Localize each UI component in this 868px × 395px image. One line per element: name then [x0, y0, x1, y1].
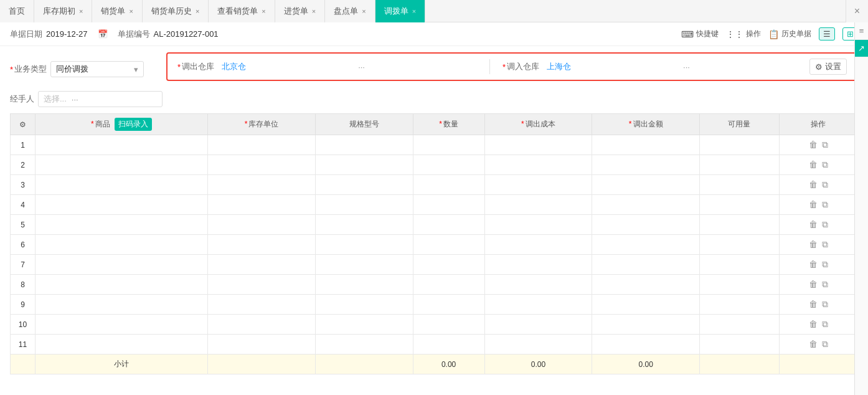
row-spec[interactable]	[315, 175, 413, 195]
row-cost[interactable]	[484, 315, 592, 335]
row-available[interactable]	[700, 255, 780, 275]
row-available[interactable]	[700, 195, 780, 215]
delete-icon[interactable]: 🗑	[809, 159, 818, 169]
row-product[interactable]	[35, 155, 208, 175]
delete-icon[interactable]: 🗑	[809, 339, 818, 349]
row-unit[interactable]	[208, 295, 316, 315]
row-product[interactable]	[35, 255, 208, 275]
row-qty[interactable]	[413, 295, 484, 315]
operations-button[interactable]: ⋮⋮ 操作	[726, 29, 761, 39]
row-product[interactable]	[35, 335, 208, 355]
row-amount[interactable]	[592, 255, 700, 275]
row-cost[interactable]	[484, 295, 592, 315]
shortcuts-button[interactable]: ⌨ 快捷键	[681, 29, 719, 39]
tab-sales-history[interactable]: 销货单历史 ×	[143, 0, 209, 22]
row-spec[interactable]	[315, 295, 413, 315]
copy-icon[interactable]: ⧉	[822, 179, 828, 190]
row-cost[interactable]	[484, 255, 592, 275]
row-amount[interactable]	[592, 295, 700, 315]
tab-sales-order[interactable]: 销货单 ×	[92, 0, 142, 22]
copy-icon[interactable]: ⧉	[822, 159, 828, 170]
copy-icon[interactable]: ⧉	[822, 219, 828, 230]
sidebar-list-icon[interactable]: ≡	[855, 22, 869, 40]
row-cost[interactable]	[484, 135, 592, 155]
row-unit[interactable]	[208, 335, 316, 355]
row-cost[interactable]	[484, 155, 592, 175]
row-amount[interactable]	[592, 335, 700, 355]
copy-icon[interactable]: ⧉	[822, 299, 828, 310]
row-product[interactable]	[35, 295, 208, 315]
delete-icon[interactable]: 🗑	[809, 299, 818, 309]
row-unit[interactable]	[208, 255, 316, 275]
row-qty[interactable]	[413, 215, 484, 235]
row-spec[interactable]	[315, 155, 413, 175]
delete-icon[interactable]: 🗑	[809, 319, 818, 329]
row-product[interactable]	[35, 195, 208, 215]
tab-inventory-init[interactable]: 库存期初 ×	[34, 0, 92, 22]
row-unit[interactable]	[208, 275, 316, 295]
row-amount[interactable]	[592, 315, 700, 335]
row-available[interactable]	[700, 315, 780, 335]
tab-purchase-order[interactable]: 进货单 ×	[275, 0, 325, 22]
row-unit[interactable]	[208, 315, 316, 335]
copy-icon[interactable]: ⧉	[822, 319, 828, 330]
row-cost[interactable]	[484, 195, 592, 215]
copy-icon[interactable]: ⧉	[822, 199, 828, 210]
row-product[interactable]	[35, 315, 208, 335]
row-qty[interactable]	[413, 155, 484, 175]
history-button[interactable]: 📋 历史单据	[768, 29, 811, 39]
tab-check-sales[interactable]: 查看销货单 ×	[209, 0, 275, 22]
tab-home[interactable]: 首页	[0, 0, 34, 22]
row-amount[interactable]	[592, 275, 700, 295]
row-available[interactable]	[700, 275, 780, 295]
row-qty[interactable]	[413, 175, 484, 195]
row-product[interactable]	[35, 235, 208, 255]
scan-button[interactable]: 扫码录入	[115, 118, 152, 131]
copy-icon[interactable]: ⧉	[822, 279, 828, 290]
business-type-select[interactable]: 同价调拨 ▾	[50, 61, 144, 77]
row-product[interactable]	[35, 275, 208, 295]
tab-close-purchase-order[interactable]: ×	[312, 7, 316, 15]
row-spec[interactable]	[315, 235, 413, 255]
tab-inventory-check[interactable]: 盘点单 ×	[325, 0, 375, 22]
delete-icon[interactable]: 🗑	[809, 140, 818, 150]
delete-icon[interactable]: 🗑	[809, 199, 818, 209]
row-amount[interactable]	[592, 195, 700, 215]
row-cost[interactable]	[484, 275, 592, 295]
row-product[interactable]	[35, 175, 208, 195]
row-amount[interactable]	[592, 235, 700, 255]
copy-icon[interactable]: ⧉	[822, 259, 828, 270]
settings-button[interactable]: ⚙ 设置	[809, 59, 847, 75]
row-available[interactable]	[700, 135, 780, 155]
tab-close-inventory-init[interactable]: ×	[79, 7, 83, 15]
row-product[interactable]	[35, 135, 208, 155]
row-qty[interactable]	[413, 255, 484, 275]
row-cost[interactable]	[484, 235, 592, 255]
row-amount[interactable]	[592, 215, 700, 235]
th-settings[interactable]: ⚙	[11, 114, 35, 135]
tab-close-inventory-check[interactable]: ×	[362, 7, 366, 15]
tab-close-transfer-order[interactable]: ×	[412, 7, 416, 15]
row-available[interactable]	[700, 155, 780, 175]
row-cost[interactable]	[484, 175, 592, 195]
row-spec[interactable]	[315, 335, 413, 355]
row-qty[interactable]	[413, 275, 484, 295]
row-spec[interactable]	[315, 255, 413, 275]
tab-close-check-sales[interactable]: ×	[262, 7, 265, 15]
delete-icon[interactable]: 🗑	[809, 219, 818, 229]
warehouse-out-value[interactable]: 北京仓	[222, 61, 246, 72]
close-window-button[interactable]: ×	[846, 0, 868, 22]
date-value[interactable]: 2019-12-27	[46, 29, 88, 39]
delete-icon[interactable]: 🗑	[809, 239, 818, 249]
row-available[interactable]	[700, 175, 780, 195]
tab-close-sales-order[interactable]: ×	[129, 7, 133, 15]
row-qty[interactable]	[413, 315, 484, 335]
calendar-icon[interactable]: 📅	[98, 29, 108, 39]
row-unit[interactable]	[208, 135, 316, 155]
copy-icon[interactable]: ⧉	[822, 140, 828, 150]
row-spec[interactable]	[315, 195, 413, 215]
row-available[interactable]	[700, 215, 780, 235]
row-cost[interactable]	[484, 215, 592, 235]
delete-icon[interactable]: 🗑	[809, 179, 818, 189]
row-qty[interactable]	[413, 195, 484, 215]
